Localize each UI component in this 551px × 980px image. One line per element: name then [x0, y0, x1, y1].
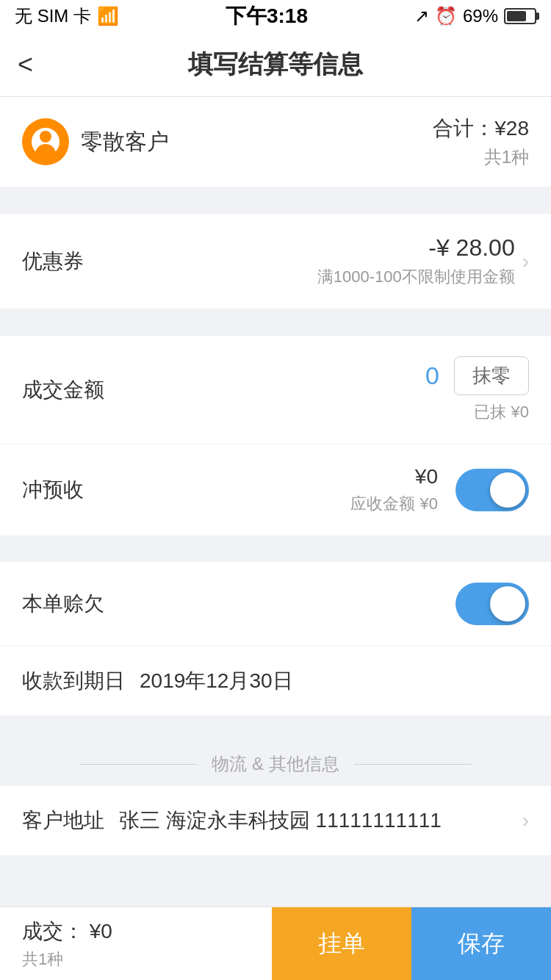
status-bar-time: 下午3:18	[226, 2, 308, 30]
divider-line-right	[354, 764, 472, 765]
customer-left: 零散客户	[22, 118, 169, 165]
divider4	[0, 727, 551, 742]
status-bar: 无 SIM 卡 📶 下午3:18 ↗ ⏰ 69%	[0, 0, 551, 32]
alarm-icon: ⏰	[435, 6, 457, 26]
credit-row: 本单赊欠	[0, 562, 551, 646]
customer-count: 共1种	[433, 145, 529, 169]
location-icon: ↗	[414, 6, 429, 26]
logistics-divider: 物流 & 其他信息	[0, 742, 551, 786]
battery-icon	[504, 8, 536, 24]
due-date-row: 收款到期日 2019年12月30日	[0, 646, 551, 716]
address-section: 客户地址 张三 海淀永丰科技园 11111111111 ›	[0, 786, 551, 855]
customer-avatar	[22, 118, 69, 165]
address-label: 客户地址	[22, 807, 104, 835]
prepay-row: 冲预收 ¥0 应收金额 ¥0	[0, 444, 551, 536]
credit-toggle[interactable]	[455, 583, 529, 625]
coupon-row[interactable]: 优惠券 -¥ 28.00 满1000-100不限制使用金额 ›	[0, 214, 551, 309]
prepay-receivable: 应收金额 ¥0	[350, 493, 438, 515]
divider3	[0, 547, 551, 562]
prepay-right: ¥0 应收金额 ¥0	[350, 465, 529, 515]
transaction-right: 0 抹零	[425, 356, 529, 395]
bottom-summary-count: 共1种	[22, 948, 250, 970]
bottom-summary-value: ¥0	[90, 920, 112, 943]
toggle-knob	[490, 472, 525, 508]
prepay-toggle[interactable]	[455, 469, 529, 511]
logistics-label: 物流 & 其他信息	[212, 752, 339, 776]
transaction-sub: 已抹 ¥0	[474, 401, 529, 423]
round-button[interactable]: 抹零	[454, 356, 529, 395]
bottom-summary-label: 成交：	[22, 920, 84, 943]
bottom-summary-amount: 成交： ¥0	[22, 918, 250, 945]
address-row[interactable]: 客户地址 张三 海淀永丰科技园 11111111111 ›	[0, 786, 551, 855]
customer-section: 零散客户 合计：¥28 共1种	[0, 97, 551, 187]
transaction-amount: 0	[425, 361, 439, 390]
wifi-icon: 📶	[97, 6, 119, 26]
due-date-label: 收款到期日	[22, 667, 125, 695]
customer-name: 零散客户	[81, 127, 169, 157]
coupon-arrow-icon: ›	[522, 250, 529, 273]
status-bar-left: 无 SIM 卡 📶	[15, 4, 119, 28]
credit-label: 本单赊欠	[22, 590, 104, 618]
customer-summary: 合计：¥28 共1种	[433, 115, 529, 169]
customer-total: 合计：¥28	[433, 115, 529, 143]
coupon-discount: -¥ 28.00	[428, 234, 514, 262]
hold-button[interactable]: 挂单	[272, 907, 411, 980]
credit-toggle-knob	[490, 586, 525, 621]
due-date-value: 2019年12月30日	[140, 667, 293, 695]
content: 零散客户 合计：¥28 共1种 优惠券 -¥ 28.00 满1000-100不限…	[0, 97, 551, 980]
credit-section: 本单赊欠 收款到期日 2019年12月30日	[0, 562, 551, 716]
battery-percent: 69%	[463, 6, 498, 26]
coupon-description: 满1000-100不限制使用金额	[317, 266, 515, 288]
avatar-icon	[32, 128, 60, 156]
prepay-label: 冲预收	[22, 476, 84, 504]
coupon-label: 优惠券	[22, 248, 84, 275]
coupon-value: -¥ 28.00 满1000-100不限制使用金额	[317, 234, 515, 288]
transaction-label: 成交金额	[22, 376, 104, 404]
coupon-right: -¥ 28.00 满1000-100不限制使用金额 ›	[317, 234, 529, 288]
coupon-section: 优惠券 -¥ 28.00 满1000-100不限制使用金额 ›	[0, 214, 551, 309]
bottom-bar: 成交： ¥0 共1种 挂单 保存	[0, 907, 551, 980]
address-value: 张三 海淀永丰科技园 11111111111	[119, 807, 522, 835]
page-title: 填写结算等信息	[188, 48, 363, 82]
customer-row: 零散客户 合计：¥28 共1种	[0, 97, 551, 187]
divider2	[0, 321, 551, 336]
transaction-section: 成交金额 0 抹零 已抹 ¥0 冲预收 ¥0 应收金额 ¥0	[0, 336, 551, 536]
status-bar-right: ↗ ⏰ 69%	[414, 6, 536, 26]
sim-status: 无 SIM 卡	[15, 4, 91, 28]
transaction-row: 成交金额 0 抹零 已抹 ¥0	[0, 336, 551, 444]
address-arrow-icon: ›	[522, 809, 529, 832]
prepay-values: ¥0 应收金额 ¥0	[350, 465, 438, 515]
prepay-amount: ¥0	[415, 465, 438, 489]
back-button[interactable]: <	[18, 49, 33, 80]
nav-bar: < 填写结算等信息	[0, 32, 551, 97]
divider-line-left	[79, 764, 197, 765]
divider1	[0, 199, 551, 214]
save-button[interactable]: 保存	[411, 907, 551, 980]
bottom-summary: 成交： ¥0 共1种	[0, 907, 272, 980]
